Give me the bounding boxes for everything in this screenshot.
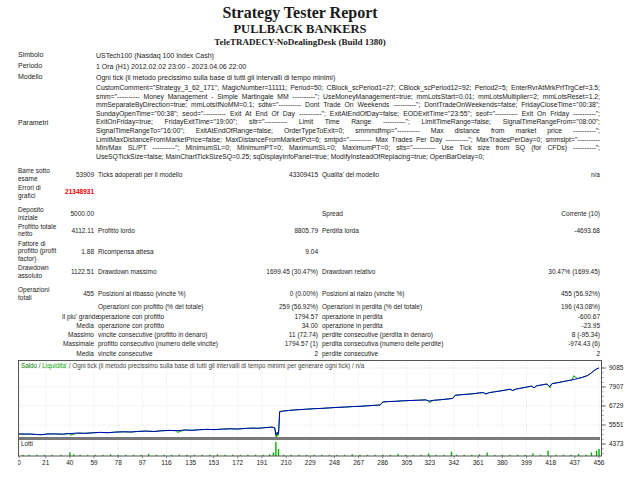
info-label: Parametri — [18, 119, 92, 127]
stats-row: Deposito iniziale5000.00SpreadCorrente (… — [18, 206, 600, 221]
info-row: ModelloOgni tick (il metodo precissimo s… — [18, 73, 600, 81]
x-axis-label: 59 — [90, 458, 98, 465]
stat-label: Operazioni in perdita (% del totale) — [322, 303, 480, 310]
info-row: SimboloUSTech100 (Nasdaq 100 Index Cash) — [18, 51, 600, 59]
lots-bar — [451, 451, 452, 455]
stats-row: Profitto totale netto4112.11Profitto lor… — [18, 223, 600, 238]
stat-value: 8805.79 — [252, 227, 318, 234]
stats-row: Barre sotto esame53909Ticks adoperati pe… — [18, 167, 600, 182]
lots-bar — [278, 449, 279, 456]
x-axis-label: 78 — [115, 458, 123, 465]
stat-value: 259 (56.92%) — [252, 303, 318, 310]
server-build: TeleTRADECY-NoDealingDesk (Build 1380) — [0, 37, 600, 48]
report-header: Strategy Tester Report PULLBACK BANKERS … — [0, 0, 600, 48]
stat-value: 9.04 — [252, 248, 318, 255]
report-title: Strategy Tester Report — [0, 4, 600, 22]
stat-value: 34.00 — [252, 322, 318, 329]
stat-value: 1794.57 (1) — [252, 340, 318, 347]
stat-value: -974.43 (6) — [484, 340, 600, 347]
stat-label: Posizioni al ribasso (vincite %) — [98, 290, 248, 297]
stat-label: Fattore di profitto (profit factor) — [18, 240, 58, 262]
stat-value: Massimo — [62, 331, 94, 338]
info-label: Simbolo — [18, 51, 92, 59]
info-row: Periodo1 Ora (H1) 2012.02.02 23:00 - 202… — [18, 62, 600, 70]
stat-label: operazione in perdita — [322, 313, 480, 320]
lots-bar — [486, 452, 487, 456]
stat-value: Massimale — [62, 340, 94, 347]
stat-value: 30.47% (1699.45) — [484, 268, 600, 275]
x-axis-label: 267 — [353, 458, 364, 465]
stat-value: 21348931 — [62, 188, 94, 195]
stats-row: Operazioni con profitto (% del totale)25… — [18, 303, 600, 310]
stat-label: Posizioni al rialzo (vincite %) — [322, 290, 480, 297]
info-value: 1 Ora (H1) 2012.02.02 23:00 - 2023.04.06… — [96, 63, 600, 70]
stat-label: Profitto lordo — [98, 227, 248, 234]
y-axis-label: 9085 — [609, 364, 624, 371]
x-axis-label: 97 — [139, 458, 147, 465]
stat-label: Errori di grafici — [18, 184, 58, 199]
y-axis-label: 6729 — [609, 402, 624, 409]
stat-value: 1122.51 — [62, 268, 94, 275]
stat-value: Il piu' grande — [62, 313, 94, 320]
stat-label: Qualita' del modello — [322, 171, 480, 178]
stats-row: Mediaoperazione con profitto34.00operazi… — [18, 322, 600, 329]
stat-label: Profitto totale netto — [18, 223, 58, 238]
lots-bar — [273, 452, 274, 456]
stat-label: Drawdown massimo — [98, 268, 248, 275]
stat-label: operazione con profitto — [98, 322, 248, 329]
x-axis-label: 172 — [232, 458, 243, 465]
info-label: Periodo — [18, 62, 92, 70]
x-axis-label: 210 — [281, 458, 292, 465]
stat-value: 1699.45 (30.47%) — [252, 268, 318, 275]
x-axis-label: 361 — [473, 458, 484, 465]
x-axis-label: 399 — [521, 458, 532, 465]
chart-legend: Saldo / Liquidita' / Ogni tick (il metod… — [21, 362, 365, 370]
stat-label: Operazioni con profitto (% del totale) — [98, 303, 248, 310]
x-axis-label: 437 — [569, 458, 580, 465]
stat-label: perdita consecutiva (numero delle perdit… — [322, 340, 480, 347]
lots-bar — [547, 451, 548, 456]
y-axis-label: 4373 — [609, 440, 624, 447]
stat-value: 196 (43.08%) — [484, 303, 600, 310]
stat-label: Spread — [322, 210, 480, 217]
info-value: USTech100 (Nasdaq 100 Index Cash) — [96, 52, 600, 59]
stat-label: profitto consecutivo (numero delle vinci… — [98, 340, 248, 347]
stat-label: perdite consecutive — [322, 350, 480, 357]
parameters-text: CustomComment="Strategy_3_62_171"; Magic… — [96, 84, 600, 161]
x-axis-label: 380 — [497, 458, 508, 465]
x-axis-label: 135 — [185, 458, 196, 465]
stats-row: Fattore di profitto (profit factor)1.88R… — [18, 240, 600, 262]
lots-bar — [591, 452, 592, 456]
stat-value: 1.88 — [62, 248, 94, 255]
stats-table: Barre sotto esame53909Ticks adoperati pe… — [18, 167, 600, 357]
x-axis-label: 456 — [594, 458, 605, 465]
x-axis-label: 21 — [42, 458, 50, 465]
stat-value: -23.95 — [484, 322, 600, 329]
stat-label: vincite consecutive — [98, 350, 248, 357]
stat-label: Operazioni totali — [18, 286, 58, 301]
x-axis-label: 418 — [545, 458, 556, 465]
stat-label: operazione con profitto — [98, 313, 248, 320]
stat-value: 5000.00 — [62, 210, 94, 217]
stat-value: 8 (-95.34) — [484, 331, 600, 338]
ea-name: PULLBACK BANKERS — [0, 22, 600, 37]
stats-row: Errori di grafici21348931 — [18, 184, 600, 199]
stats-row: Massimaleprofitto consecutivo (numero de… — [18, 340, 600, 347]
stat-value: n/a — [484, 171, 600, 178]
stat-label: Barre sotto esame — [18, 167, 58, 182]
x-axis-label: 286 — [377, 458, 388, 465]
x-axis-label: 153 — [208, 458, 219, 465]
info-row: ParametriCustomComment="Strategy_3_62_17… — [18, 84, 600, 161]
stat-label: Drawdown assoluto — [18, 264, 58, 279]
stats-row: Il piu' grandeoperazione con profitto179… — [18, 313, 600, 320]
stat-value: 11 (72.74) — [252, 331, 318, 338]
stat-label: Deposito iniziale — [18, 206, 58, 221]
x-axis-label: 0 — [18, 458, 21, 465]
stat-value: Media — [62, 350, 94, 357]
stat-label: operazione in perdita — [322, 322, 480, 329]
x-axis-label: 229 — [305, 458, 316, 465]
x-axis-label: 248 — [329, 458, 340, 465]
stat-value: -600.67 — [484, 313, 600, 320]
stat-value: 2 — [252, 350, 318, 357]
lots-bar — [598, 449, 599, 456]
